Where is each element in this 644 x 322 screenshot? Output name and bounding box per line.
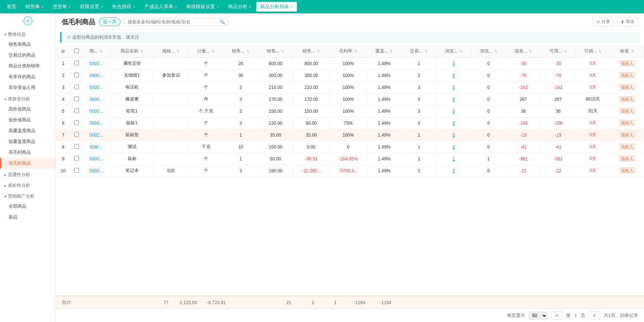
col-check[interactable] bbox=[71, 45, 82, 58]
col-gross-margin[interactable]: 毛利率 ⇅ bbox=[330, 45, 367, 58]
page-size-select[interactable]: 50 100 200 bbox=[529, 312, 548, 320]
nav-template-settings[interactable]: 单据模板设置 × bbox=[182, 2, 222, 12]
sidebar-group-growth[interactable]: ▸ 成长性分析 bbox=[0, 179, 55, 190]
col-available[interactable]: 可用... ⇅ bbox=[541, 45, 576, 58]
row-code: 0000... bbox=[82, 105, 110, 117]
row-view1[interactable]: 0 bbox=[436, 93, 471, 105]
col-view1[interactable]: 浏览... ⇅ bbox=[436, 45, 471, 58]
select-all-checkbox[interactable] bbox=[74, 48, 79, 53]
search-input[interactable] bbox=[128, 19, 217, 25]
nav-purchase-order[interactable]: 进货单 × bbox=[49, 2, 74, 12]
table-row: 9 0000... 鼠标 个 1 60.00 -98.91 -164.85% 1… bbox=[56, 153, 644, 165]
nav-close-product-entry[interactable]: × bbox=[175, 4, 177, 9]
col-current-stock[interactable]: 现有... ⇅ bbox=[506, 45, 541, 58]
nav-close-role-auth[interactable]: × bbox=[133, 4, 135, 9]
nav-role-auth[interactable]: 角色授权 × bbox=[108, 2, 139, 12]
col-view2[interactable]: 浏览... ⇅ bbox=[471, 45, 506, 58]
row-view1[interactable]: 0 bbox=[436, 129, 471, 141]
col-spec[interactable]: 规格... ⇅ bbox=[153, 45, 189, 58]
col-sales-price[interactable]: 销售... ⇅ bbox=[258, 45, 293, 58]
row-checkbox[interactable] bbox=[74, 120, 79, 125]
sidebar-group-liquidity[interactable]: ▸ 流通性分析 bbox=[0, 169, 55, 179]
row-sales-amount: 150.00 bbox=[293, 105, 330, 117]
row-sales-amount: -98.91 bbox=[293, 153, 330, 165]
row-code: 0000... bbox=[82, 117, 110, 129]
nav-product-analysis-list[interactable]: 商品分析列表 × bbox=[256, 2, 297, 12]
row-checkbox[interactable] bbox=[74, 85, 79, 89]
row-code: 0000... bbox=[82, 153, 110, 165]
sidebar-collapse-btn[interactable]: « bbox=[23, 16, 32, 25]
sidebar-item-new-products[interactable]: 新品 bbox=[0, 212, 55, 223]
sidebar-group-overall[interactable]: ▾ 整体信息 bbox=[0, 28, 55, 39]
row-name: 橡皮擦 bbox=[110, 93, 153, 105]
nav-product-analysis[interactable]: 商品分析 × bbox=[224, 2, 255, 12]
row-unit: 个 bbox=[189, 165, 224, 177]
row-view1[interactable]: 0 bbox=[436, 165, 471, 177]
col-tag[interactable]: 标签 ⇅ bbox=[610, 45, 644, 58]
share-button[interactable]: ↗ 分享 bbox=[593, 17, 613, 26]
row-view1[interactable]: 0 bbox=[436, 70, 471, 82]
sidebar-group-cluster[interactable]: ▾ 类群堂分析 bbox=[0, 93, 55, 104]
col-sales-qty[interactable]: 销售... ⇅ bbox=[223, 45, 258, 58]
sidebar-item-sales-products[interactable]: 销售类商品 bbox=[0, 39, 55, 50]
row-sales-price: 120.00 bbox=[258, 117, 293, 129]
table-row: 5 0000... 铅笔1 个,千克 3 150.00 150.00 100% … bbox=[56, 105, 644, 117]
col-sellable[interactable]: 可销... ⇅ bbox=[576, 45, 611, 58]
row-checkbox[interactable] bbox=[74, 73, 79, 77]
row-sales-price: 210.00 bbox=[258, 82, 293, 93]
row-view1[interactable]: 0 bbox=[436, 117, 471, 129]
row-view1[interactable]: 1 bbox=[436, 153, 471, 165]
sidebar-item-high-value[interactable]: 高价值商品 bbox=[0, 104, 55, 115]
sidebar-item-stocked-products[interactable]: 有库存的商品 bbox=[0, 71, 55, 82]
row-view1[interactable]: 0 bbox=[436, 82, 471, 93]
nav-sales-order[interactable]: 销货单 × bbox=[22, 2, 47, 12]
row-checkbox[interactable] bbox=[74, 96, 79, 101]
export-button[interactable]: ⬇ 导出 bbox=[617, 17, 638, 26]
nav-close-template-settings[interactable]: × bbox=[217, 4, 219, 9]
col-sales-amount[interactable]: 销售... ⇅ bbox=[293, 45, 330, 58]
nav-close-purchase-order[interactable]: × bbox=[68, 4, 71, 9]
row-sales-price: 300.00 bbox=[258, 70, 293, 82]
col-coverage[interactable]: 覆盖... ⇅ bbox=[367, 45, 402, 58]
col-setting[interactable]: ⚙ bbox=[56, 45, 71, 58]
row-checkbox[interactable] bbox=[74, 144, 79, 149]
sidebar-item-low-value[interactable]: 低价值商品 bbox=[0, 115, 55, 125]
nav-close-product-analysis-list[interactable]: × bbox=[291, 4, 293, 9]
prev-page-button[interactable]: ＜ bbox=[551, 311, 563, 320]
table-row: 8 000/... 测试 千克 10 100.00 0.00 0 1.49% 1… bbox=[56, 141, 644, 153]
sidebar-group-marketing[interactable]: ▾ 营销推广分析 bbox=[0, 190, 55, 201]
row-checkbox[interactable] bbox=[74, 108, 79, 113]
sidebar-item-all-products[interactable]: 全部商品 bbox=[0, 201, 55, 212]
sidebar-item-traded-products[interactable]: 交易过的商品 bbox=[0, 50, 55, 61]
row-tag: 低收入 bbox=[610, 70, 644, 82]
col-code[interactable]: 商... ⇅ bbox=[82, 45, 110, 58]
row-checkbox[interactable] bbox=[74, 132, 79, 137]
row-view2: 0 bbox=[471, 141, 506, 153]
row-checkbox[interactable] bbox=[74, 156, 79, 161]
sidebar-item-high-coverage[interactable]: 高覆盖度商品 bbox=[0, 125, 55, 136]
time-filter-button[interactable]: 近一月 bbox=[99, 17, 121, 26]
next-page-button[interactable]: ＞ bbox=[589, 311, 600, 320]
sidebar-item-category-sales-rate[interactable]: 商品分类助销率 bbox=[0, 61, 55, 71]
sidebar-item-stock-capital[interactable]: 库存资金占用 bbox=[0, 82, 55, 93]
nav-close-permissions[interactable]: × bbox=[101, 4, 103, 9]
row-checkbox[interactable] bbox=[74, 168, 79, 173]
row-view1[interactable]: 0 bbox=[436, 58, 471, 70]
nav-product-entry[interactable]: 产成品入库单 × bbox=[141, 2, 181, 12]
col-name[interactable]: 商品名称 ⇅ bbox=[110, 45, 153, 58]
sidebar-item-low-margin[interactable]: 低毛利商品 bbox=[0, 158, 55, 169]
row-view1[interactable]: 0 bbox=[436, 141, 471, 153]
search-icon[interactable]: 🔍 bbox=[220, 19, 225, 25]
nav-close-product-analysis[interactable]: × bbox=[249, 4, 251, 9]
nav-permissions[interactable]: 权限设置 × bbox=[76, 2, 107, 12]
nav-home[interactable]: 首页 bbox=[3, 2, 20, 12]
nav-close-sales-order[interactable]: × bbox=[41, 4, 44, 9]
col-trade-count[interactable]: 交易... ⇅ bbox=[401, 45, 436, 58]
sidebar-item-low-coverage[interactable]: 低覆盖度商品 bbox=[0, 136, 55, 147]
col-unit[interactable]: 计量... ⇅ bbox=[189, 45, 224, 58]
row-tag: 低收入 bbox=[610, 82, 644, 93]
row-coverage: 1.49% bbox=[367, 129, 402, 141]
sidebar-item-high-margin[interactable]: 高毛利商品 bbox=[0, 147, 55, 158]
row-checkbox[interactable] bbox=[74, 61, 79, 66]
row-view1[interactable]: 0 bbox=[436, 105, 471, 117]
